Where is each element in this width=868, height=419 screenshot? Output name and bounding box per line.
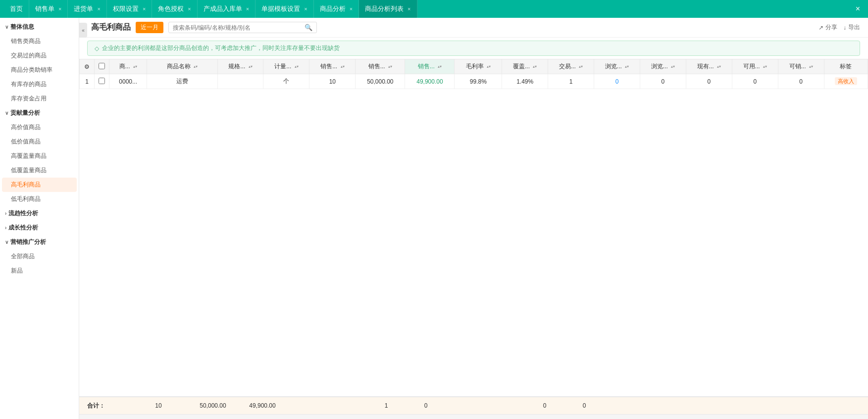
nav-close-analysis[interactable]: × xyxy=(350,6,353,12)
export-button[interactable]: ↓ 导出 xyxy=(843,23,860,32)
bottom-scrollbar[interactable] xyxy=(79,414,868,419)
sidebar-group-marketing[interactable]: ∨ 营销推广分析 xyxy=(0,235,79,249)
collapse-icon: « xyxy=(82,28,85,33)
th-saleable[interactable]: 可销... ▴▾ xyxy=(778,59,824,74)
page-title: 高毛利商品 xyxy=(91,22,131,33)
nav-item-sales[interactable]: 销售单 × xyxy=(29,0,68,18)
sidebar-item-in-stock-label: 有库存的商品 xyxy=(11,81,47,88)
nav-item-analysis[interactable]: 商品分析 × xyxy=(314,0,359,18)
th-trade-label: 交易... xyxy=(559,63,576,70)
th-sales-amount[interactable]: 销售... ▴▾ xyxy=(356,59,405,74)
sidebar-item-high-coverage[interactable]: 高覆盖量商品 xyxy=(0,149,79,163)
sidebar-collapse-button[interactable]: « xyxy=(79,23,87,38)
sidebar-item-high-value-label: 高价值商品 xyxy=(11,124,41,131)
th-coverage[interactable]: 覆盖... ▴▾ xyxy=(502,59,548,74)
th-unit[interactable]: 计量... ▴▾ xyxy=(263,59,309,74)
th-unit-label: 计量... xyxy=(274,63,291,70)
th-sales-profit[interactable]: 销售... ▴▾ xyxy=(405,59,455,74)
th-tag[interactable]: 标签 xyxy=(824,59,868,74)
sidebar-item-all-goods[interactable]: 全部商品 xyxy=(0,249,79,264)
th-current[interactable]: 现有... ▴▾ xyxy=(686,59,732,74)
sidebar-group-trend-label: 流趋性分析 xyxy=(8,209,38,218)
nav-item-purchase[interactable]: 进货单 × xyxy=(68,0,106,18)
nav-close-sales[interactable]: × xyxy=(58,6,61,12)
sidebar-item-new-goods[interactable]: 新品 xyxy=(0,264,79,278)
td-browse1[interactable]: 0 xyxy=(594,74,640,89)
nav-item-home[interactable]: 首页 xyxy=(4,0,29,18)
data-table-container[interactable]: ⚙ 商... ▴▾ 商品名称 ▴▾ xyxy=(79,59,868,396)
sort-spec-icon[interactable]: ▴▾ xyxy=(249,64,253,69)
nav-item-permission[interactable]: 权限设置 × xyxy=(107,0,152,18)
sidebar-item-low-coverage-label: 低覆盖量商品 xyxy=(11,167,47,174)
sort-sales-qty-icon[interactable]: ▴▾ xyxy=(341,64,345,69)
nav-item-analysis-list[interactable]: 商品分析列表 × xyxy=(359,0,417,18)
nav-close-role[interactable]: × xyxy=(188,6,191,12)
sidebar-item-traded-goods[interactable]: 交易过的商品 xyxy=(0,48,79,63)
search-input[interactable] xyxy=(173,24,303,31)
nav-label-role: 角色授权 xyxy=(158,4,184,13)
total-trade: 1 xyxy=(366,402,406,409)
th-name[interactable]: 商品名称 ▴▾ xyxy=(147,59,217,74)
sidebar-item-category-assist[interactable]: 商品分类助销率 xyxy=(0,63,79,77)
filter-recent-month-button[interactable]: 近一月 xyxy=(136,22,163,33)
sidebar-item-low-margin[interactable]: 低毛利商品 xyxy=(0,192,79,206)
sort-sales-profit-icon[interactable]: ▴▾ xyxy=(438,64,442,69)
th-code[interactable]: 商... ▴▾ xyxy=(109,59,147,74)
nav-close-product-storage[interactable]: × xyxy=(246,6,249,12)
nav-item-product-storage[interactable]: 产成品入库单 × xyxy=(198,0,255,18)
row-checkbox[interactable] xyxy=(99,78,105,84)
sort-available-icon[interactable]: ▴▾ xyxy=(763,64,767,69)
th-settings[interactable]: ⚙ xyxy=(80,59,95,74)
nav-close-template[interactable]: × xyxy=(304,6,307,12)
th-sales-amount-label: 销售... xyxy=(368,63,385,70)
sidebar-group-overall[interactable]: ∨ 整体信息 xyxy=(0,20,79,34)
th-sales-qty[interactable]: 销售... ▴▾ xyxy=(309,59,356,74)
sort-coverage-icon[interactable]: ▴▾ xyxy=(533,64,537,69)
sidebar-group-contribution[interactable]: ∨ 贡献量分析 xyxy=(0,106,79,120)
sort-saleable-icon[interactable]: ▴▾ xyxy=(809,64,813,69)
nav-item-role[interactable]: 角色授权 × xyxy=(152,0,197,18)
nav-close-purchase[interactable]: × xyxy=(97,6,100,12)
th-available[interactable]: 可用... ▴▾ xyxy=(732,59,778,74)
th-checkbox[interactable] xyxy=(95,59,109,74)
sidebar-group-growth[interactable]: › 成长性分析 xyxy=(0,221,79,235)
sidebar-item-sales-goods[interactable]: 销售类商品 xyxy=(0,34,79,48)
select-all-checkbox[interactable] xyxy=(99,63,105,69)
close-all-tabs-button[interactable]: × xyxy=(852,4,864,13)
sort-unit-icon[interactable]: ▴▾ xyxy=(295,64,299,69)
td-checkbox[interactable] xyxy=(95,74,109,89)
th-spec-label: 规格... xyxy=(228,63,245,70)
sidebar-group-trend[interactable]: › 流趋性分析 xyxy=(0,206,79,221)
sidebar-item-low-coverage[interactable]: 低覆盖量商品 xyxy=(0,163,79,178)
sidebar-item-low-value[interactable]: 低价值商品 xyxy=(0,135,79,149)
th-trade[interactable]: 交易... ▴▾ xyxy=(548,59,594,74)
sidebar-item-high-margin[interactable]: 高毛利商品 xyxy=(2,178,77,192)
data-table: ⚙ 商... ▴▾ 商品名称 ▴▾ xyxy=(79,59,868,89)
sort-name-icon[interactable]: ▴▾ xyxy=(194,64,198,69)
sort-code-icon[interactable]: ▴▾ xyxy=(133,64,137,69)
sort-browse2-icon[interactable]: ▴▾ xyxy=(671,64,675,69)
sort-trade-icon[interactable]: ▴▾ xyxy=(579,64,583,69)
table-header-row: ⚙ 商... ▴▾ 商品名称 ▴▾ xyxy=(80,59,868,74)
nav-item-template[interactable]: 单据模板设置 × xyxy=(255,0,313,18)
sort-sales-amount-icon[interactable]: ▴▾ xyxy=(388,64,392,69)
nav-close-analysis-list[interactable]: × xyxy=(408,6,410,12)
th-gross-margin[interactable]: 毛利率 ▴▾ xyxy=(455,59,502,74)
sidebar-item-in-stock[interactable]: 有库存的商品 xyxy=(0,77,79,92)
arrow-overall-icon: ∨ xyxy=(5,24,8,30)
search-icon[interactable]: 🔍 xyxy=(305,24,312,31)
th-spec[interactable]: 规格... ▴▾ xyxy=(217,59,263,74)
sort-current-icon[interactable]: ▴▾ xyxy=(717,64,721,69)
sidebar-item-stock-capital[interactable]: 库存资金占用 xyxy=(0,92,79,106)
th-code-label: 商... xyxy=(119,63,130,70)
sidebar-item-low-value-label: 低价值商品 xyxy=(11,138,41,145)
sidebar-item-high-value[interactable]: 高价值商品 xyxy=(0,120,79,135)
td-available: 0 xyxy=(732,74,778,89)
sort-browse1-icon[interactable]: ▴▾ xyxy=(625,64,629,69)
sort-gross-margin-icon[interactable]: ▴▾ xyxy=(487,64,491,69)
th-browse1[interactable]: 浏览... ▴▾ xyxy=(594,59,640,74)
share-button[interactable]: ↗ 分享 xyxy=(818,23,837,32)
th-browse2[interactable]: 浏览... ▴▾ xyxy=(640,59,686,74)
nav-label-sales: 销售单 xyxy=(35,4,54,13)
nav-close-permission[interactable]: × xyxy=(143,6,146,12)
